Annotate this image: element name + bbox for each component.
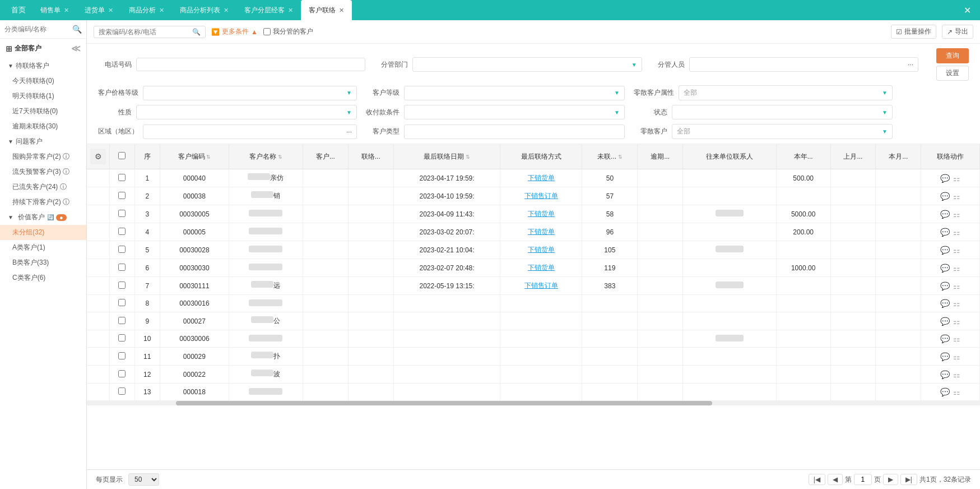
chat-icon[interactable]: 💬 xyxy=(940,246,950,255)
tab-home[interactable]: 首页 xyxy=(4,0,32,20)
tab-product-analysis-list[interactable]: 商品分析列表 ✕ xyxy=(172,0,236,20)
th-not-contacted[interactable]: 未联... xyxy=(582,144,638,169)
more-action-icon[interactable]: ⚏ xyxy=(953,299,960,308)
export-btn[interactable]: ↗ 导出 xyxy=(942,25,973,39)
more-action-icon[interactable]: ⚏ xyxy=(953,317,960,326)
tab-close-contact[interactable]: ✕ xyxy=(339,7,344,14)
sidebar-all-customers[interactable]: ⊞ 全部客户 ≪ xyxy=(0,39,86,58)
bulk-ops-btn[interactable]: ☑ 批量操作 xyxy=(891,25,936,39)
tab-bar-close-icon[interactable]: ✕ xyxy=(959,5,976,16)
cust-grade-select[interactable]: ▼ xyxy=(404,86,625,100)
search-icon[interactable]: 🔍 xyxy=(192,28,201,36)
prev-page-btn[interactable]: ◀ xyxy=(828,474,843,485)
row-last-way[interactable]: 下销货单 xyxy=(500,241,582,259)
sidebar-item-b-class[interactable]: B类客户(33) xyxy=(0,255,86,270)
chat-icon[interactable]: 💬 xyxy=(940,264,950,273)
sidebar-item-abnormal[interactable]: 囤购异常客户(2) ⓘ xyxy=(0,149,86,164)
row-last-way[interactable]: 下销货单 xyxy=(500,259,582,277)
price-grade-select[interactable]: ▼ xyxy=(143,86,357,100)
select-all-checkbox[interactable] xyxy=(118,152,126,159)
row-action[interactable]: 💬⚏ xyxy=(921,241,980,259)
row-checkbox[interactable] xyxy=(110,384,135,401)
sidebar-collapse-icon[interactable]: ≪ xyxy=(71,43,81,54)
sidebar-search-input[interactable] xyxy=(4,25,70,33)
sidebar-group-pending[interactable]: ▼ 待联络客户 xyxy=(0,58,86,73)
row-last-way[interactable] xyxy=(500,312,582,330)
row-action[interactable]: 💬⚏ xyxy=(921,312,980,330)
refresh-icon[interactable]: 🔄 xyxy=(47,214,54,220)
more-action-icon[interactable]: ⚏ xyxy=(953,228,960,237)
scrollbar-thumb[interactable] xyxy=(176,401,712,405)
more-icon2[interactable]: ··· xyxy=(346,128,352,136)
tab-close-purchase[interactable]: ✕ xyxy=(108,7,113,14)
sidebar-group-value[interactable]: ▼ 价值客户 🔄 ● xyxy=(0,210,86,225)
manager-select[interactable]: ··· xyxy=(689,57,918,72)
chat-icon[interactable]: 💬 xyxy=(940,192,950,201)
first-page-btn[interactable]: |◀ xyxy=(809,474,825,485)
row-last-way[interactable]: 下销货单 xyxy=(500,169,582,187)
filter-more-btn[interactable]: 🔽 更多条件 ▲ xyxy=(211,27,258,36)
chat-icon[interactable]: 💬 xyxy=(940,282,950,290)
chat-icon[interactable]: 💬 xyxy=(940,174,950,183)
th-settings[interactable]: ⚙ xyxy=(87,144,110,169)
tab-close-sales[interactable]: ✕ xyxy=(64,7,69,14)
nature-select[interactable]: ▼ xyxy=(136,105,357,119)
row-checkbox[interactable] xyxy=(110,241,135,259)
more-action-icon[interactable]: ⚏ xyxy=(953,264,960,273)
tab-close-product[interactable]: ✕ xyxy=(159,7,164,14)
row-action[interactable]: 💬⚏ xyxy=(921,223,980,241)
row-action[interactable]: 💬⚏ xyxy=(921,169,980,187)
more-action-icon[interactable]: ⚏ xyxy=(953,174,960,183)
tab-close-segment[interactable]: ✕ xyxy=(288,7,293,14)
row-last-way[interactable]: 下销售订单 xyxy=(500,187,582,205)
row-checkbox[interactable] xyxy=(110,330,135,348)
phone-input[interactable] xyxy=(136,58,365,71)
row-checkbox[interactable] xyxy=(110,223,135,241)
more-action-icon[interactable]: ⚏ xyxy=(953,334,960,343)
row-action[interactable]: 💬⚏ xyxy=(921,295,980,312)
sidebar-item-overdue[interactable]: 逾期未联络(30) xyxy=(0,119,86,134)
row-checkbox[interactable] xyxy=(110,259,135,277)
row-checkbox[interactable] xyxy=(110,187,135,205)
row-action[interactable]: 💬⚏ xyxy=(921,330,980,348)
sidebar-item-a-class[interactable]: A类客户(1) xyxy=(0,240,86,255)
row-action[interactable]: 💬⚏ xyxy=(921,205,980,223)
row-last-way[interactable]: 下销货单 xyxy=(500,223,582,241)
more-action-icon[interactable]: ⚏ xyxy=(953,387,960,396)
sidebar-item-declining[interactable]: 持续下滑客户(2) ⓘ xyxy=(0,195,86,210)
zero-cust-select[interactable]: 全部 ▼ xyxy=(672,124,893,139)
tab-customer-contact[interactable]: 客户联络 ✕ xyxy=(301,0,352,20)
tab-customer-segment[interactable]: 客户分层经客 ✕ xyxy=(236,0,301,20)
query-btn[interactable]: 查询 xyxy=(936,48,969,63)
sidebar-search-icon[interactable]: 🔍 xyxy=(72,25,82,34)
th-code[interactable]: 客户编码 xyxy=(160,144,229,169)
row-action[interactable]: 💬⚏ xyxy=(921,187,980,205)
row-checkbox[interactable] xyxy=(110,277,135,295)
settings-icon[interactable]: ⚙ xyxy=(90,149,106,164)
row-checkbox[interactable] xyxy=(110,205,135,223)
row-checkbox[interactable] xyxy=(110,169,135,187)
more-action-icon[interactable]: ⚏ xyxy=(953,370,960,379)
chat-icon[interactable]: 💬 xyxy=(940,317,950,326)
row-action[interactable]: 💬⚏ xyxy=(921,366,980,384)
row-action[interactable]: 💬⚏ xyxy=(921,384,980,401)
th-checkbox[interactable] xyxy=(110,144,135,169)
page-input[interactable] xyxy=(854,474,872,485)
last-page-btn[interactable]: ▶| xyxy=(900,474,917,485)
row-action[interactable]: 💬⚏ xyxy=(921,348,980,366)
dept-select[interactable]: ▼ xyxy=(412,57,642,72)
row-action[interactable]: 💬⚏ xyxy=(921,259,980,277)
horizontal-scrollbar[interactable] xyxy=(87,401,980,405)
more-action-icon[interactable]: ⚏ xyxy=(953,246,960,255)
more-action-icon[interactable]: ⚏ xyxy=(953,282,960,290)
chat-icon[interactable]: 💬 xyxy=(940,352,950,361)
sidebar-item-c-class[interactable]: C类客户(6) xyxy=(0,270,86,285)
th-name[interactable]: 客户名称 xyxy=(229,144,303,169)
cust-type-select[interactable] xyxy=(404,124,625,139)
row-checkbox[interactable] xyxy=(110,348,135,366)
row-last-way[interactable] xyxy=(500,384,582,401)
sidebar-group-problem[interactable]: ▼ 问题客户 xyxy=(0,134,86,149)
row-last-way[interactable] xyxy=(500,295,582,312)
chat-icon[interactable]: 💬 xyxy=(940,210,950,219)
row-checkbox[interactable] xyxy=(110,366,135,384)
